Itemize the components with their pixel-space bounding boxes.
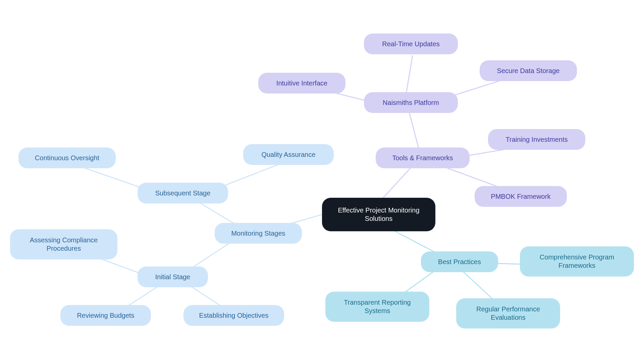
node-establishing-objectives[interactable]: Establishing Objectives: [183, 305, 284, 326]
node-intuitive-interface[interactable]: Intuitive Interface: [258, 73, 345, 94]
node-regular-evaluations[interactable]: Regular Performance Evaluations: [456, 298, 560, 328]
node-pmbok-framework[interactable]: PMBOK Framework: [475, 186, 567, 207]
label: Subsequent Stage: [155, 189, 211, 197]
mindmap-canvas: Effective Project Monitoring Solutions M…: [0, 0, 644, 363]
node-reviewing-budgets[interactable]: Reviewing Budgets: [60, 305, 151, 326]
node-training-investments[interactable]: Training Investments: [488, 129, 585, 150]
node-transparent-reporting[interactable]: Transparent Reporting Systems: [325, 292, 429, 322]
label: Initial Stage: [155, 273, 191, 281]
node-tools-frameworks[interactable]: Tools & Frameworks: [376, 147, 470, 168]
node-secure-data-storage[interactable]: Secure Data Storage: [480, 60, 577, 81]
label: Transparent Reporting Systems: [333, 298, 422, 315]
root-node[interactable]: Effective Project Monitoring Solutions: [322, 198, 435, 231]
label: Monitoring Stages: [231, 229, 285, 238]
label: Secure Data Storage: [497, 67, 560, 75]
label: Real-Time Updates: [382, 40, 440, 48]
label: Assessing Compliance Procedures: [17, 236, 110, 253]
root-label: Effective Project Monitoring Solutions: [329, 206, 428, 223]
label: Continuous Oversight: [35, 154, 99, 162]
svg-line-10: [409, 112, 419, 151]
label: Regular Performance Evaluations: [464, 305, 553, 322]
node-subsequent-stage[interactable]: Subsequent Stage: [138, 183, 228, 203]
label: PMBOK Framework: [491, 192, 551, 201]
node-assessing-compliance[interactable]: Assessing Compliance Procedures: [10, 229, 117, 259]
label: Tools & Frameworks: [392, 154, 453, 162]
label: Quality Assurance: [261, 150, 315, 159]
node-monitoring-stages[interactable]: Monitoring Stages: [215, 223, 302, 244]
node-best-practices[interactable]: Best Practices: [421, 251, 498, 272]
node-initial-stage[interactable]: Initial Stage: [138, 266, 208, 287]
label: Training Investments: [506, 135, 568, 144]
label: Naismiths Platform: [383, 99, 439, 107]
label: Establishing Objectives: [199, 311, 269, 320]
node-quality-assurance[interactable]: Quality Assurance: [243, 144, 334, 165]
label: Intuitive Interface: [276, 79, 327, 87]
label: Reviewing Budgets: [77, 311, 134, 320]
node-naismiths-platform[interactable]: Naismiths Platform: [364, 92, 458, 113]
node-comprehensive-frameworks[interactable]: Comprehensive Program Frameworks: [520, 246, 634, 277]
node-continuous-oversight[interactable]: Continuous Oversight: [18, 147, 116, 168]
label: Best Practices: [438, 258, 481, 266]
label: Comprehensive Program Frameworks: [527, 253, 627, 270]
svg-line-14: [406, 55, 413, 96]
node-realtime-updates[interactable]: Real-Time Updates: [364, 34, 458, 54]
